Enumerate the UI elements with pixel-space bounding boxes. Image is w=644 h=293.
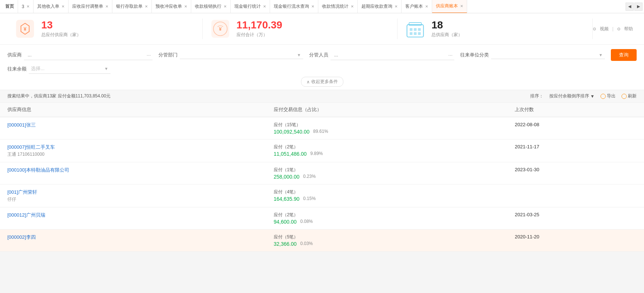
summary-item-payable-suppliers: ¥ 13 总应付供应商（家）	[7, 18, 203, 39]
video-link[interactable]: 视频	[600, 26, 609, 32]
collapse-button[interactable]: ∧ 收起更多条件	[301, 77, 343, 87]
svg-rect-8	[414, 28, 417, 31]
last-pay-cell	[507, 185, 644, 207]
collection-verify-label: 收款核销执行	[195, 3, 221, 10]
payable-percent: 0.08%	[300, 219, 313, 224]
person-more-icon[interactable]: ···	[448, 52, 453, 58]
nav-tab-customer-ledger[interactable]: 客户账本 ✕	[402, 0, 432, 13]
table-row: [000001]张三应付（15笔）100,092,540.0089.61%202…	[0, 117, 644, 139]
close-icon[interactable]: ✕	[263, 4, 266, 8]
category-filter-label: 往来单位分类	[460, 52, 489, 58]
payable-amount: 94,600.00	[274, 219, 297, 225]
filter-item-dept: 分管部门 ▼	[158, 51, 304, 59]
nav-tab-other-income[interactable]: 其他收入单 ✕	[34, 0, 69, 13]
person-input[interactable]	[332, 51, 448, 59]
nav-tab-collection-verify[interactable]: 收款核销执行 ✕	[191, 0, 231, 13]
close-icon[interactable]: ✕	[145, 4, 148, 8]
close-icon[interactable]: ✕	[62, 4, 64, 8]
payable-amount: 258,000.00	[274, 174, 300, 180]
data-table-container: 供应商信息 应付交易信息（占比） 上次付数 [000001]张三应付（15笔）1…	[0, 103, 644, 252]
chevron-down-icon: ▼	[297, 53, 301, 57]
export-button[interactable]: 导出	[601, 93, 616, 99]
nav-tab-cash-bank-stat[interactable]: 现金银行统计 ✕	[231, 0, 270, 13]
supplier-cell: [000007]恒旺二手叉车王通 17106110000	[0, 139, 266, 162]
payable-count: 应付（2笔）	[274, 212, 298, 217]
payable-count: 应付（5笔）	[274, 234, 298, 239]
circle-icon-2: ⊙	[617, 27, 620, 31]
filter-item-supplier: 供应商 ···	[7, 50, 153, 60]
nav-tab-ar-ap-adjust[interactable]: 应收应付调整单 ✕	[69, 0, 112, 13]
close-icon[interactable]: ✕	[105, 4, 108, 8]
close-icon[interactable]: ✕	[460, 4, 463, 8]
refresh-icon	[622, 94, 627, 99]
svg-text:¥: ¥	[219, 26, 222, 32]
supplier-link[interactable]: [000001]张三	[7, 122, 259, 128]
filter-row-1: 供应商 ··· 分管部门 ▼ 分管人员 ··· 往来单位分类	[7, 49, 637, 61]
query-button[interactable]: 查询	[611, 49, 637, 61]
supplier-link[interactable]: [000007]恒旺二手叉车	[7, 144, 259, 151]
balance-select[interactable]: 选择... ▼	[29, 64, 111, 74]
col-header-last-pay: 上次付数	[507, 103, 644, 117]
close-icon[interactable]: ✕	[395, 4, 398, 8]
nav-tab-3[interactable]: 3 ✕	[18, 0, 34, 13]
nav-tab-prepay-offset[interactable]: 预收冲应收单 ✕	[152, 0, 191, 13]
cash-flow-query-label: 现金银行流水查询	[274, 3, 309, 10]
supplier-link[interactable]: [000002]李四	[7, 234, 259, 241]
dept-select[interactable]: ▼	[180, 51, 304, 59]
sort-select[interactable]: 按应付余额倒序排序 ▼	[549, 93, 595, 99]
summary-right-links: ⊙ 视频 | ⊙ 帮助	[593, 18, 637, 39]
svg-rect-5	[407, 25, 424, 37]
payable-total-label: 应付合计（万）	[237, 32, 283, 38]
help-link[interactable]: 帮助	[624, 26, 633, 32]
category-select[interactable]: ▼	[491, 51, 605, 59]
payable-amount: 164,635.90	[274, 196, 300, 202]
close-icon[interactable]: ✕	[27, 4, 29, 8]
close-icon[interactable]: ✕	[425, 4, 428, 8]
supplier-input[interactable]	[25, 51, 147, 59]
nav-tab-collection-stat[interactable]: 收款情况统计 ✕	[318, 0, 358, 13]
nav-tab-cash-flow-query[interactable]: 现金银行流水查询 ✕	[270, 0, 318, 13]
payable-suppliers-number: 13	[41, 20, 81, 31]
summary-item-payable-total: ¥ 11,170.39 应付合计（万）	[203, 18, 398, 39]
filter-row-2: 往来余额 选择... ▼	[7, 64, 637, 74]
supplier-link[interactable]: [000012]广州贝瑞	[7, 212, 259, 218]
summary-text-total-suppliers: 18 总供应商（家）	[431, 20, 462, 38]
nav-tab-bank-deposit[interactable]: 银行存取款单 ✕	[112, 0, 152, 13]
chevron-down-icon-sort: ▼	[590, 94, 595, 99]
cash-bank-stat-label: 现金银行统计	[234, 3, 261, 10]
last-pay-cell: 2022-08-08	[507, 117, 644, 139]
col-header-supplier: 供应商信息	[0, 103, 266, 117]
balance-filter-label: 往来余额	[7, 66, 27, 72]
supplier-link[interactable]: [000100]本特勒油品有限公司	[7, 167, 259, 173]
payable-cell: 应付（15笔）100,092,540.0089.61%	[266, 117, 508, 139]
supplier-link[interactable]: [001]广州荣轩	[7, 189, 259, 196]
supplier-more-icon[interactable]: ···	[147, 52, 151, 58]
table-row: [000007]恒旺二手叉车王通 17106110000应付（2笔）11,051…	[0, 139, 644, 162]
close-icon[interactable]: ✕	[184, 4, 187, 8]
chevron-up-icon: ∧	[307, 79, 310, 85]
table-row: [000100]本特勒油品有限公司应付（1笔）258,000.000.23%20…	[0, 162, 644, 185]
total-suppliers-label: 总供应商（家）	[431, 32, 462, 38]
refresh-button[interactable]: 刷新	[622, 93, 637, 99]
supplier-ledger-label: 供应商账本	[436, 3, 458, 9]
nav-tab-supplier-ledger[interactable]: 供应商账本 ✕	[432, 0, 467, 13]
summary-text-payable-total: 11,170.39 应付合计（万）	[237, 20, 283, 38]
payable-percent: 0.03%	[300, 241, 313, 246]
collapse-label: 收起更多条件	[311, 79, 338, 85]
last-pay-cell: 2021-03-25	[507, 207, 644, 230]
payable-count: 应付（4笔）	[274, 189, 298, 194]
nav-tab-home[interactable]: 首页	[1, 0, 18, 13]
close-icon[interactable]: ✕	[351, 4, 354, 8]
nav-prev-button[interactable]: ◀	[626, 3, 634, 11]
customer-ledger-label: 客户账本	[405, 3, 423, 10]
col-header-payable: 应付交易信息（占比）	[266, 103, 508, 117]
result-bar-right: 排序： 按应付余额倒序排序 ▼ 导出 刷新	[530, 93, 637, 99]
payable-cell: 应付（1笔）258,000.000.23%	[266, 162, 508, 185]
nav-tab-overdue-query[interactable]: 超期应收款查询 ✕	[358, 0, 402, 13]
nav-scroll-arrows: ◀ ▶	[626, 3, 643, 11]
filter-item-person: 分管人员 ···	[309, 50, 454, 60]
close-icon[interactable]: ✕	[224, 4, 227, 8]
table-row: [000012]广州贝瑞应付（2笔）94,600.000.08%2021-03-…	[0, 207, 644, 230]
nav-next-button[interactable]: ▶	[634, 3, 643, 11]
close-icon[interactable]: ✕	[311, 4, 314, 8]
